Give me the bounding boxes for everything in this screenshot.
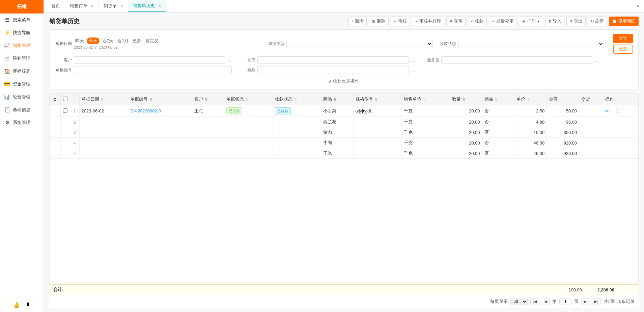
td-checkbox bbox=[60, 127, 70, 138]
date-shortcut-custom[interactable]: 自定义 bbox=[144, 37, 160, 44]
col-doc-no[interactable]: 单据编号 ⇅ bbox=[128, 94, 192, 105]
customer-ellipsis[interactable]: … bbox=[227, 57, 232, 63]
td-unit: 千克 bbox=[401, 117, 450, 127]
audit-label: 审核 bbox=[398, 18, 407, 24]
col-goods[interactable]: 商品 ⇅ bbox=[321, 94, 353, 105]
query-button[interactable]: 查询 bbox=[613, 34, 633, 43]
receive-button[interactable]: ✓ 收款 bbox=[468, 17, 487, 26]
warehouse-ellipsis[interactable]: … bbox=[411, 57, 416, 63]
date-shortcut-more[interactable]: 更多 bbox=[131, 37, 143, 44]
next-page-button[interactable]: ▶ bbox=[581, 298, 589, 305]
td-customer bbox=[192, 127, 224, 138]
import-button[interactable]: ⬆ 导入 bbox=[545, 17, 564, 26]
tab-bar: 首页 销售订单 ✕ 销货单 ✕ 销货单历史 ✕ ✕ bbox=[44, 0, 644, 12]
col-customer[interactable]: 客户 ⇅ bbox=[192, 94, 224, 105]
date-shortcut-yesterday[interactable]: 昨天 bbox=[74, 37, 85, 44]
tab-sales-history-close[interactable]: ✕ bbox=[158, 4, 161, 8]
tab-sales-history[interactable]: 销货单历史 ✕ bbox=[128, 0, 166, 12]
audit-button[interactable]: ✓ 审核 bbox=[391, 17, 410, 26]
date-shortcut-today[interactable]: 今天 bbox=[87, 37, 100, 44]
sidebar-item-label: 搜索菜单 bbox=[13, 17, 30, 23]
print-button[interactable]: 🖨 打印 ▼ bbox=[519, 17, 543, 26]
prev-page-button[interactable]: ◀ bbox=[542, 298, 550, 305]
col-spec[interactable]: 规格型号 ⇅ bbox=[353, 94, 401, 105]
delete-button[interactable]: 🗑 删除 bbox=[369, 17, 389, 26]
customer-input[interactable] bbox=[74, 56, 225, 64]
warehouse-label: 仓库 bbox=[239, 57, 255, 63]
col-gift[interactable]: 赠品 ⇅ bbox=[482, 94, 514, 105]
doc-type-select[interactable] bbox=[286, 40, 432, 48]
sidebar-item-inventory[interactable]: 🏠 库存核算 bbox=[0, 65, 44, 78]
refresh-icon: ↻ bbox=[591, 19, 594, 24]
last-page-button[interactable]: ▶| bbox=[592, 298, 600, 305]
col-date[interactable]: 单据日期 ⇅ bbox=[79, 94, 128, 105]
td-num: 2 bbox=[70, 117, 79, 127]
row-checkbox[interactable] bbox=[63, 108, 67, 113]
batch-change-icon: ✓ bbox=[492, 19, 495, 24]
sidebar-item-purchase-mgmt[interactable]: 🛒 采购管理 bbox=[0, 52, 44, 65]
sidebar-item-sales-mgmt[interactable]: 📈 销售管理 bbox=[0, 39, 44, 52]
tab-home[interactable]: 首页 bbox=[47, 0, 65, 12]
show-detail-button[interactable]: 📋 显示明细 bbox=[609, 17, 639, 26]
collapse-button[interactable]: ∧ 收起更多条件 bbox=[327, 77, 361, 85]
settings-button[interactable]: 设置 bbox=[613, 45, 633, 54]
td-qty: 20.00 bbox=[450, 127, 482, 138]
col-price[interactable]: 单价 ⇅ bbox=[514, 94, 547, 105]
goods-input[interactable] bbox=[257, 67, 409, 74]
doc-no-input[interactable] bbox=[74, 67, 232, 74]
sidebar-item-operations[interactable]: 📊 经营管理 bbox=[0, 90, 44, 103]
col-gear[interactable]: ⚙ bbox=[50, 94, 60, 105]
export-button[interactable]: ⬇ 导出 bbox=[566, 17, 586, 26]
tab-sales-delivery-close[interactable]: ✕ bbox=[120, 4, 123, 8]
date-range-text: 2023-06-02 至 2023-06-02 bbox=[74, 45, 261, 50]
salesperson-label: 业务员 bbox=[422, 57, 439, 63]
col-unit[interactable]: 销售单位 ⇅ bbox=[401, 94, 450, 105]
receive-label: 收款 bbox=[475, 18, 484, 24]
refresh-button[interactable]: ↻ 刷新 bbox=[588, 17, 607, 26]
tab-sales-order[interactable]: 销售订单 ✕ bbox=[65, 0, 99, 12]
more-icon[interactable]: ⋮⋮ bbox=[611, 108, 620, 114]
pause-icon[interactable]: ⏸ bbox=[25, 302, 31, 308]
salesperson-ellipsis[interactable]: … bbox=[594, 57, 599, 63]
sidebar-item-finance[interactable]: 💳 资金管理 bbox=[0, 78, 44, 90]
summary-total-qty: 100.00 bbox=[69, 287, 589, 292]
tab-bar-right: ✕ bbox=[636, 3, 641, 9]
tab-sales-delivery[interactable]: 销货单 ✕ bbox=[99, 0, 128, 12]
td-date bbox=[79, 127, 128, 138]
salesperson-input[interactable] bbox=[441, 56, 592, 64]
td-transaction bbox=[579, 105, 603, 117]
first-page-button[interactable]: |◀ bbox=[530, 298, 539, 305]
edit-icon[interactable]: ✏ bbox=[605, 108, 609, 114]
tab-sales-order-close[interactable]: ✕ bbox=[91, 4, 94, 8]
td-payment-status bbox=[273, 148, 321, 159]
audit-print-button[interactable]: ✓ 审核并打印 bbox=[412, 17, 444, 26]
select-all-checkbox[interactable] bbox=[63, 97, 67, 101]
discard-button[interactable]: ✗ 弃审 bbox=[446, 17, 466, 26]
td-transaction bbox=[579, 117, 603, 127]
td-price: 4.80 bbox=[514, 117, 547, 127]
sidebar-item-search-menu[interactable]: ☰ 搜索菜单 bbox=[0, 14, 44, 26]
batch-change-button[interactable]: ✓ 批量变更 bbox=[489, 17, 517, 26]
col-doc-status[interactable]: 单据状态 ⇅ bbox=[224, 94, 273, 105]
date-shortcut-7days[interactable]: 近7天 bbox=[101, 37, 115, 44]
goods-ellipsis[interactable]: … bbox=[411, 68, 416, 73]
sidebar-item-basic-info[interactable]: 📋 基础信息 bbox=[0, 103, 44, 116]
filter-customer: 客户 … bbox=[55, 56, 232, 64]
new-button[interactable]: + 新增 bbox=[348, 17, 367, 26]
page-number-input[interactable] bbox=[559, 298, 571, 305]
doc-no-link[interactable]: SA-20230602-0 bbox=[130, 108, 161, 113]
print-label: 打印 bbox=[527, 18, 536, 24]
sidebar-item-system-mgmt[interactable]: ⚙ 系统管理 bbox=[0, 116, 44, 129]
window-close-btn[interactable]: ✕ bbox=[636, 3, 640, 9]
sidebar-bottom: 🔔 ⏸ bbox=[0, 297, 44, 312]
notification-icon[interactable]: 🔔 bbox=[13, 302, 20, 308]
warehouse-input[interactable] bbox=[257, 56, 409, 64]
date-shortcut-1month[interactable]: 近1月 bbox=[116, 37, 130, 44]
sidebar-item-quick-nav[interactable]: ⚡ 快捷导航 bbox=[0, 26, 44, 39]
td-price: 46.00 bbox=[514, 148, 547, 159]
payment-status-select[interactable] bbox=[458, 40, 604, 48]
col-qty[interactable]: 数量 ⇅ bbox=[450, 94, 482, 105]
export-icon: ⬇ bbox=[569, 19, 573, 24]
page-size-select[interactable]: 20 50 100 bbox=[510, 298, 528, 305]
col-payment-status[interactable]: 收款状态 ⇅ bbox=[273, 94, 321, 105]
